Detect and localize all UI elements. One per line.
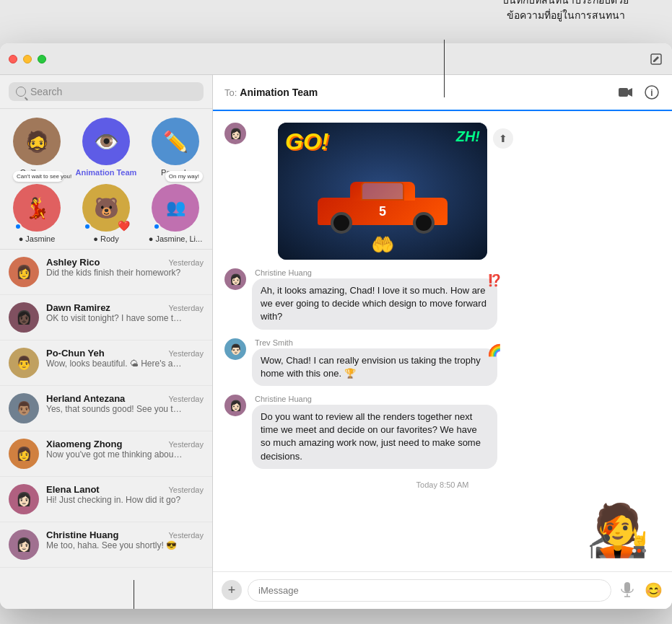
- animation-label: Animation Team: [76, 168, 137, 177]
- video-call-button[interactable]: [617, 84, 634, 101]
- christine-msg2-bubble: Do you want to review all the renders to…: [252, 405, 497, 469]
- trev-msg-bubble: Wow, Chad! I can really envision us taki…: [252, 348, 497, 386]
- rody-label: ● Rody: [93, 234, 118, 243]
- christine-msg1-bubble: Ah, it looks amazing, Chad! I love it so…: [252, 278, 497, 330]
- trev-msg-block: Trev Smith Wow, Chad! I can really envis…: [252, 338, 497, 386]
- zh-sticker: ZH!: [456, 128, 480, 145]
- sidebar: Search 🧔 Guillermo 👁️: [0, 75, 213, 609]
- pinned-penpals[interactable]: ✏️ Penpals: [144, 118, 206, 177]
- annotation-line-top: [444, 40, 445, 97]
- conv-xiaomeng[interactable]: 👩 Xiaomeng Zhong Yesterday Now you've go…: [0, 431, 212, 477]
- messages-area[interactable]: 👩🏻 GO! ZH!: [213, 111, 672, 571]
- jasmine-li-label: ● Jasmine, Li...: [149, 234, 203, 243]
- pochun-avatar: 👨: [9, 348, 39, 378]
- svg-text:i: i: [650, 88, 653, 98]
- pochun-preview: Wow, looks beautiful. 🌤 Here's a photo o…: [46, 359, 183, 369]
- pinned-jasmine[interactable]: Can't wait to see you! 💃 ● Jasmine: [6, 184, 68, 243]
- christine-msg2-block: Christine Huang Do you want to review al…: [252, 395, 497, 469]
- pochun-time: Yesterday: [168, 349, 204, 358]
- ashley-preview: Did the kids finish their homework?: [46, 268, 183, 278]
- page-wrapper: บันทึกบทสนทนาประกอบด้วย ข้อความที่อยู่ใน…: [0, 43, 672, 609]
- jasmine-label: ● Jasmine: [19, 234, 56, 243]
- christine-preview: Me too, haha. See you shortly! 😎: [46, 540, 183, 550]
- herland-preview: Yes, that sounds good! See you then.: [46, 404, 183, 414]
- herland-time: Yesterday: [168, 395, 204, 403]
- search-placeholder: Search: [30, 86, 62, 97]
- conv-elena[interactable]: 👩🏻 Elena Lanot Yesterday Hi! Just checki…: [0, 477, 212, 522]
- pinned-rody[interactable]: 🐻 ❤️ ● Rody: [75, 184, 137, 243]
- message-input[interactable]: [248, 579, 611, 602]
- annotation-line-bottom: [134, 580, 134, 609]
- svg-rect-4: [624, 582, 630, 592]
- app-window: Search 🧔 Guillermo 👁️: [0, 43, 672, 609]
- go-sticker: GO!: [285, 128, 328, 155]
- info-button[interactable]: i: [643, 84, 660, 101]
- christine-msg1-sender: Christine Huang: [255, 268, 497, 277]
- add-button[interactable]: +: [222, 580, 242, 600]
- pinned-jasmine-li[interactable]: On my way! 👥 ● Jasmine, Li...: [144, 184, 206, 243]
- compose-icon[interactable]: [649, 52, 663, 66]
- xiaomeng-name: Xiaomeng Zhong: [46, 439, 122, 449]
- close-button[interactable]: [9, 55, 17, 63]
- voice-button[interactable]: [617, 580, 637, 600]
- gradient-car: GO! ZH! 5: [278, 123, 487, 260]
- emoji-button[interactable]: 😊: [643, 580, 663, 600]
- car-image: GO! ZH! 5: [278, 123, 487, 260]
- traffic-lights: [9, 55, 46, 63]
- main-content: Search 🧔 Guillermo 👁️: [0, 75, 672, 609]
- christine-header: Christine Huang Yesterday: [46, 529, 204, 540]
- elena-time: Yesterday: [168, 485, 204, 494]
- dawn-preview: OK to visit tonight? I have some things …: [46, 313, 183, 323]
- christine-msg1-row: 👩🏻 Christine Huang Ah, it looks amazing,…: [224, 268, 660, 330]
- search-bar: Search: [0, 75, 212, 109]
- dawn-name: Dawn Ramirez: [46, 302, 110, 313]
- christine-msg1-block: Christine Huang Ah, it looks amazing, Ch…: [252, 268, 497, 330]
- animation-avatar: 👁️: [82, 118, 130, 165]
- herland-info: Herland Antezana Yesterday Yes, that sou…: [46, 393, 204, 414]
- minimize-button[interactable]: [23, 55, 32, 63]
- jasmine-li-avatar-wrapper: On my way! 👥: [152, 184, 199, 232]
- dawn-time: Yesterday: [168, 304, 204, 312]
- jasmine-avatar-wrapper: Can't wait to see you! 💃: [13, 184, 61, 232]
- elena-name: Elena Lanot: [46, 484, 100, 495]
- xiaomeng-header: Xiaomeng Zhong Yesterday: [46, 439, 204, 449]
- trev-avatar: 👨🏻: [224, 338, 246, 360]
- elena-header: Elena Lanot Yesterday: [46, 484, 204, 495]
- maximize-button[interactable]: [38, 55, 46, 63]
- herland-header: Herland Antezana Yesterday: [46, 393, 204, 404]
- annotation-top: บันทึกบทสนทนาประกอบด้วย ข้อความที่อยู่ใน…: [502, 0, 629, 23]
- conv-herland[interactable]: 👨🏽 Herland Antezana Yesterday Yes, that …: [0, 386, 212, 431]
- penpals-avatar: ✏️: [152, 118, 199, 165]
- animation-avatar-wrapper: 👁️: [82, 118, 130, 165]
- dawn-info: Dawn Ramirez Yesterday OK to visit tonig…: [46, 302, 204, 323]
- xiaomeng-preview: Now you've got me thinking about my next…: [46, 449, 183, 460]
- jasmine-li-status-dot: [153, 223, 160, 230]
- conv-dawn[interactable]: 👩🏿 Dawn Ramirez Yesterday OK to visit to…: [0, 295, 212, 340]
- car-illustration: 5: [318, 182, 448, 240]
- pinned-guillermo[interactable]: 🧔 Guillermo: [6, 118, 68, 177]
- pinned-animation-team[interactable]: 👁️ Animation Team: [75, 118, 137, 177]
- xiaomeng-time: Yesterday: [168, 440, 204, 449]
- conv-ashley[interactable]: 👩 Ashley Rico Yesterday Did the kids fin…: [0, 250, 212, 295]
- christine-msg2-sender: Christine Huang: [255, 395, 497, 403]
- share-button[interactable]: ⬆: [493, 128, 513, 149]
- christine-msg2-row: 👩🏻 Christine Huang Do you want to review…: [224, 395, 660, 469]
- search-input[interactable]: Search: [9, 82, 204, 101]
- chat-to-name: Animation Team: [240, 87, 617, 98]
- trev-msg-row: 👨🏻 Trev Smith Wow, Chad! I can really en…: [224, 338, 660, 386]
- conv-pochun[interactable]: 👨 Po-Chun Yeh Yesterday Wow, looks beaut…: [0, 340, 212, 386]
- wave-emoji: 🤲: [371, 234, 394, 256]
- memoji-sticker: 🧑‍🎤: [586, 501, 649, 560]
- ashley-info: Ashley Rico Yesterday Did the kids finis…: [46, 257, 204, 278]
- christine-name: Christine Huang: [46, 529, 118, 540]
- chat-header: To: Animation Team i: [213, 75, 672, 111]
- herland-avatar: 👨🏽: [9, 393, 39, 423]
- rody-status-dot: [84, 223, 91, 230]
- ashley-name: Ashley Rico: [46, 257, 100, 268]
- message-timestamp: Today 8:50 AM: [224, 478, 660, 492]
- pochun-name: Po-Chun Yeh: [46, 348, 105, 359]
- conv-christine[interactable]: 👩🏻 Christine Huang Yesterday Me too, hah…: [0, 522, 212, 568]
- chat-header-icons: i: [617, 84, 660, 101]
- ashley-time: Yesterday: [168, 258, 204, 267]
- image-message: GO! ZH! 5: [278, 123, 487, 260]
